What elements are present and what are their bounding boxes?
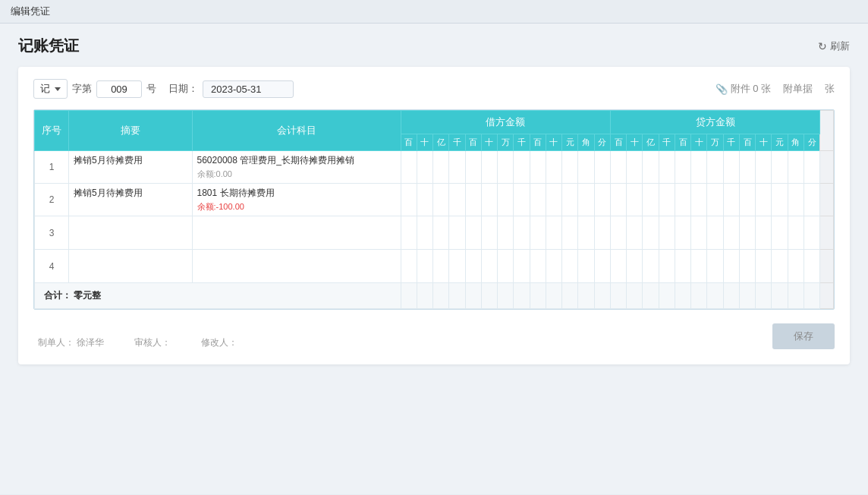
row1-subject[interactable]: 56020008 管理费用_长期待摊费用摊销 余额:0.00 xyxy=(192,151,401,184)
row4-d4[interactable] xyxy=(449,250,465,283)
row4-summary[interactable] xyxy=(69,250,193,283)
row4-d13[interactable] xyxy=(594,250,610,283)
row3-c4[interactable] xyxy=(659,216,675,250)
row4-c13[interactable] xyxy=(804,250,819,283)
row2-d11[interactable] xyxy=(562,184,578,216)
row4-c6[interactable] xyxy=(691,250,707,283)
row1-c1[interactable] xyxy=(610,151,626,184)
row3-c13[interactable] xyxy=(804,216,819,250)
row1-d3[interactable] xyxy=(433,151,449,184)
row1-c12[interactable] xyxy=(788,151,804,184)
row2-summary[interactable]: 摊销5月待摊费用 xyxy=(69,184,193,216)
row1-c10[interactable] xyxy=(756,151,772,184)
row2-d5[interactable] xyxy=(465,184,481,216)
row1-d7[interactable] xyxy=(498,151,514,184)
row3-d5[interactable] xyxy=(465,216,481,250)
row2-c5[interactable] xyxy=(675,184,690,216)
row4-d10[interactable] xyxy=(546,250,561,283)
row4-d6[interactable] xyxy=(481,250,497,283)
row3-c1[interactable] xyxy=(610,216,626,250)
row2-d1[interactable] xyxy=(401,184,417,216)
row2-c9[interactable] xyxy=(739,184,755,216)
row2-c4[interactable] xyxy=(659,184,675,216)
refresh-button[interactable]: ↻ 刷新 xyxy=(818,39,850,53)
row3-c3[interactable] xyxy=(643,216,659,250)
row1-d12[interactable] xyxy=(578,151,594,184)
row4-d11[interactable] xyxy=(562,250,578,283)
row3-d3[interactable] xyxy=(433,216,449,250)
row1-c13[interactable] xyxy=(804,151,819,184)
row4-c4[interactable] xyxy=(659,250,675,283)
row4-c12[interactable] xyxy=(788,250,804,283)
row1-c5[interactable] xyxy=(675,151,690,184)
row3-subject[interactable] xyxy=(192,216,401,250)
row3-c9[interactable] xyxy=(739,216,755,250)
row1-summary[interactable]: 摊销5月待摊费用 xyxy=(69,151,193,184)
row3-c12[interactable] xyxy=(788,216,804,250)
row1-d11[interactable] xyxy=(562,151,578,184)
row1-c2[interactable] xyxy=(627,151,643,184)
row3-c6[interactable] xyxy=(691,216,707,250)
row3-d11[interactable] xyxy=(562,216,578,250)
row1-d1[interactable] xyxy=(401,151,417,184)
row2-d4[interactable] xyxy=(449,184,465,216)
row2-d13[interactable] xyxy=(594,184,610,216)
date-input[interactable]: 2023-05-31 xyxy=(203,80,294,98)
row4-c1[interactable] xyxy=(610,250,626,283)
row2-c2[interactable] xyxy=(627,184,643,216)
row1-c9[interactable] xyxy=(739,151,755,184)
row2-subject[interactable]: 1801 长期待摊费用 余额:-100.00 xyxy=(192,184,401,216)
row1-d6[interactable] xyxy=(481,151,497,184)
row2-c10[interactable] xyxy=(756,184,772,216)
row4-d8[interactable] xyxy=(514,250,530,283)
row3-d7[interactable] xyxy=(498,216,514,250)
row3-c11[interactable] xyxy=(772,216,788,250)
row3-c5[interactable] xyxy=(675,216,690,250)
row2-d2[interactable] xyxy=(417,184,432,216)
row1-d2[interactable] xyxy=(417,151,432,184)
voucher-type-select[interactable]: 记 xyxy=(33,79,68,99)
row2-d6[interactable] xyxy=(481,184,497,216)
row2-d8[interactable] xyxy=(514,184,530,216)
row3-c8[interactable] xyxy=(723,216,739,250)
row1-c7[interactable] xyxy=(707,151,723,184)
row4-c10[interactable] xyxy=(756,250,772,283)
row1-c6[interactable] xyxy=(691,151,707,184)
row4-c8[interactable] xyxy=(723,250,739,283)
row2-d3[interactable] xyxy=(433,184,449,216)
row1-d13[interactable] xyxy=(594,151,610,184)
row2-d10[interactable] xyxy=(546,184,561,216)
row2-c8[interactable] xyxy=(723,184,739,216)
row1-c3[interactable] xyxy=(643,151,659,184)
row1-c8[interactable] xyxy=(723,151,739,184)
row3-d10[interactable] xyxy=(546,216,561,250)
row2-d12[interactable] xyxy=(578,184,594,216)
row1-d9[interactable] xyxy=(530,151,546,184)
row3-d12[interactable] xyxy=(578,216,594,250)
row4-c2[interactable] xyxy=(627,250,643,283)
row4-subject[interactable] xyxy=(192,250,401,283)
row4-c11[interactable] xyxy=(772,250,788,283)
row2-c11[interactable] xyxy=(772,184,788,216)
row2-c13[interactable] xyxy=(804,184,819,216)
save-button[interactable]: 保存 xyxy=(772,323,835,349)
row1-c4[interactable] xyxy=(659,151,675,184)
row4-c9[interactable] xyxy=(739,250,755,283)
row3-d9[interactable] xyxy=(530,216,546,250)
row3-d2[interactable] xyxy=(417,216,432,250)
row3-d13[interactable] xyxy=(594,216,610,250)
row3-summary[interactable] xyxy=(69,216,193,250)
row2-c1[interactable] xyxy=(610,184,626,216)
row3-d1[interactable] xyxy=(401,216,417,250)
row3-d4[interactable] xyxy=(449,216,465,250)
row3-c10[interactable] xyxy=(756,216,772,250)
row4-c3[interactable] xyxy=(643,250,659,283)
row4-d9[interactable] xyxy=(530,250,546,283)
row3-c2[interactable] xyxy=(627,216,643,250)
row2-d7[interactable] xyxy=(498,184,514,216)
row4-d5[interactable] xyxy=(465,250,481,283)
row1-d10[interactable] xyxy=(546,151,561,184)
attachment-link[interactable]: 📎 附件 0 张 xyxy=(715,82,771,96)
row4-c5[interactable] xyxy=(675,250,690,283)
row2-c7[interactable] xyxy=(707,184,723,216)
